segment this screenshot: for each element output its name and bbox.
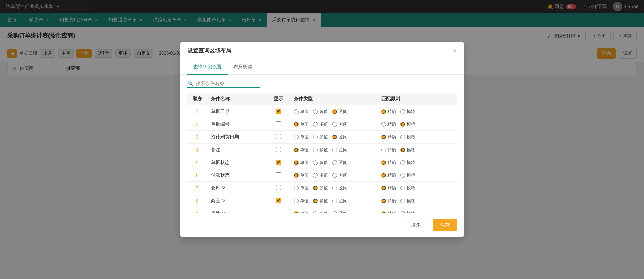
tab-layout-adjust[interactable]: 布局调整: [228, 60, 258, 75]
modal-title: 设置查询区域布局: [187, 47, 231, 54]
modal-overlay: 设置查询区域布局 × 查询字段设置 布局调整 🔍: [0, 0, 644, 75]
tab-query-fields[interactable]: 查询字段设置: [187, 60, 228, 75]
modal-tabs: 查询字段设置 布局调整: [180, 60, 464, 75]
modal-header: 设置查询区域布局 ×: [180, 42, 464, 60]
modal-close-button[interactable]: ×: [453, 47, 457, 55]
settings-modal: 设置查询区域布局 × 查询字段设置 布局调整 🔍: [180, 42, 464, 75]
modal-search-area: 🔍: [180, 75, 464, 75]
